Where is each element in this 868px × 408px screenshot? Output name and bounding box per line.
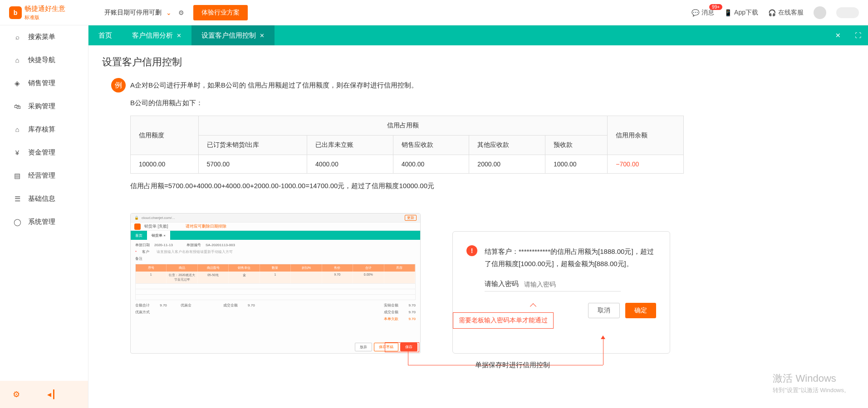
sidebar-item-quicknav[interactable]: ⌂快捷导航 <box>0 49 88 72</box>
mock-tabs: 首页 销货单 × <box>131 231 420 240</box>
account-period-selector[interactable]: 开账日期可停用可删 ⌄ <box>104 9 172 17</box>
circle-icon: ◯ <box>13 218 22 226</box>
th-c5: 预收款 <box>545 136 608 155</box>
page-title: 设置客户信用控制 <box>88 45 868 78</box>
illustration-row: 🔒cloud.chanjet.com/... 更新 销货单 [失败] 请对应可删… <box>130 213 845 354</box>
confirm-button[interactable]: 确定 <box>625 303 656 318</box>
app-download-label: App下载 <box>734 9 758 17</box>
messages-badge: 99+ <box>709 4 722 10</box>
diamond-icon: ◈ <box>13 79 22 87</box>
th-usage: 信用占用额 <box>198 116 608 136</box>
sidebar-item-basic[interactable]: ☰基础信息 <box>0 187 88 210</box>
home-icon: ⌂ <box>13 56 22 64</box>
messages-link[interactable]: 💬 消息 99+ <box>691 9 714 17</box>
sidebar-item-sales[interactable]: ◈销售管理 <box>0 72 88 95</box>
mock-label: 客户 <box>142 249 149 254</box>
intro-line: 例 A企对B公司进行开单时，如果B公司的 信用占用额超过了信用额度，则在保存时进… <box>111 78 845 92</box>
online-service-link[interactable]: 🎧 在线客服 <box>768 9 804 17</box>
cell-c2: 4000.00 <box>307 155 393 174</box>
mock-label: 优惠金 <box>181 303 191 308</box>
tab-label: 客户信用分析 <box>132 31 173 40</box>
credit-dialog: ! 结算客户：************的信用占用额为[1888.00元]，超过了… <box>452 231 670 354</box>
mock-col: 折扣% <box>291 264 322 272</box>
mock-col: 序号 <box>136 264 167 272</box>
mock-tab: 首页 <box>131 231 147 240</box>
mock-save-button: 保存 <box>400 343 417 351</box>
brand-name: 畅捷通好生意 <box>25 5 65 13</box>
fullscreen-icon[interactable]: ⛶ <box>848 25 868 45</box>
experience-button[interactable]: 体验行业方案 <box>193 5 248 20</box>
dialog-message: 结算客户：************的信用占用额为[1888.00元]，超过了信用… <box>485 245 656 270</box>
close-icon[interactable]: ✕ <box>177 32 181 39</box>
mock-cell: 05-50克 <box>198 272 229 283</box>
warning-icon: ! <box>466 245 477 256</box>
annotation-box: 需要老板输入密码本单才能通过 <box>453 312 554 329</box>
annotation-line <box>603 339 603 365</box>
tab-actions: ✕ ⛶ <box>828 25 868 45</box>
th-c2: 已出库未立账 <box>307 136 393 155</box>
menu-icon: ☰ <box>13 195 22 203</box>
mock-cell: 往京：2020底送大节百元过年 <box>167 272 197 283</box>
sidebar-item-system[interactable]: ◯系统管理 <box>0 210 88 233</box>
mock-col: 售价 <box>322 264 353 272</box>
mock-label: 实销金额 <box>384 303 398 308</box>
app-download-link[interactable]: 📱 App下载 <box>724 9 758 17</box>
mock-label: 单据编号 <box>186 243 201 248</box>
sidebar-item-label: 采购管理 <box>28 102 55 111</box>
selector-label: 开账日期可停用可删 <box>104 9 162 17</box>
mock-grid: 序号 商品 商品型号 销售单位 数量 折扣% 售价 合计 库存 1 <box>135 264 416 300</box>
th-balance: 信用用余额 <box>608 116 684 155</box>
mock-body: 单据日期2020-11-13单据编号SA-20201113-003 * 客户请直… <box>131 240 420 326</box>
th-c3: 销售应收款 <box>393 136 469 155</box>
gear-icon[interactable]: ⚙ <box>13 389 20 399</box>
sidebar-item-inventory[interactable]: ⌂库存核算 <box>0 118 88 141</box>
top-header: b 畅捷通好生意 标准版 开账日期可停用可删 ⌄ ⚙ 体验行业方案 💬 消息 9… <box>0 0 868 25</box>
annotation-line <box>408 351 408 365</box>
mock-value: 9.70 <box>408 310 416 314</box>
credit-table: 信用额度 信用占用额 信用用余额 已订货未销货/出库 已出库未立账 销售应收款 … <box>130 116 684 174</box>
sidebar-item-purchase[interactable]: 🛍采购管理 <box>0 95 88 118</box>
user-menu[interactable] <box>836 7 859 18</box>
mock-page-title: 销货单 [失败] <box>144 223 168 229</box>
mock-draft-button: 保存草稿 <box>374 343 398 351</box>
sidebar-item-label: 系统管理 <box>28 218 55 226</box>
chevron-down-icon: ⌄ <box>166 9 172 16</box>
mock-cell: 1 <box>260 272 291 283</box>
collapse-icon[interactable]: ◂┃ <box>47 389 56 399</box>
password-input[interactable] <box>524 281 621 288</box>
mock-value: 2020-11-13 <box>154 243 173 247</box>
tab-credit-analysis[interactable]: 客户信用分析✕ <box>122 25 191 45</box>
table-row: 10000.00 5700.00 4000.00 4000.00 2000.00… <box>131 155 684 174</box>
mock-cell: 0.00% <box>353 272 384 283</box>
sidebar-item-business[interactable]: ▤经营管理 <box>0 164 88 187</box>
tab-credit-control[interactable]: 设置客户信用控制✕ <box>191 25 275 45</box>
online-service-label: 在线客服 <box>778 9 804 17</box>
close-all-icon[interactable]: ✕ <box>828 25 848 45</box>
cancel-button[interactable]: 取消 <box>588 303 620 318</box>
th-quota: 信用额度 <box>131 116 199 155</box>
cell-c1: 5700.00 <box>198 155 307 174</box>
mock-tip: 请对应可删除日期排除 <box>186 223 226 229</box>
th-c4: 其他应收款 <box>469 136 545 155</box>
formula-text: 信用占用额=5700.00+4000.00+4000.00+2000.00-10… <box>130 182 845 190</box>
avatar[interactable] <box>814 6 826 19</box>
tab-label: 设置客户信用控制 <box>201 31 256 40</box>
settings-icon[interactable]: ⚙ <box>178 9 184 16</box>
tab-home[interactable]: 首页 <box>88 25 122 45</box>
cell-c3: 4000.00 <box>393 155 469 174</box>
example-section: 例 A企对B公司进行开单时，如果B公司的 信用占用额超过了信用额度，则在保存时进… <box>111 78 845 358</box>
mock-tab-active: 销货单 × <box>147 231 170 240</box>
sidebar-item-search[interactable]: ⌕搜索菜单 <box>0 25 88 49</box>
mock-label: 成交金额 <box>223 303 238 308</box>
close-icon[interactable]: ✕ <box>260 32 265 39</box>
sidebar-item-finance[interactable]: ¥资金管理 <box>0 141 88 164</box>
sidebar-item-label: 基础信息 <box>28 194 55 203</box>
th-c1: 已订货未销货/出库 <box>198 136 307 155</box>
mock-footer-buttons: 放弃 保存草稿 保存 <box>355 343 417 351</box>
list-icon: ▤ <box>13 172 22 180</box>
mock-col: 合计 <box>353 264 384 272</box>
yen-icon: ¥ <box>13 149 22 156</box>
content-area[interactable]: 设置客户信用控制 例 A企对B公司进行开单时，如果B公司的 信用占用额超过了信用… <box>88 45 868 408</box>
mock-value: 9.70 <box>408 303 416 307</box>
cell-c5: 1000.00 <box>545 155 608 174</box>
